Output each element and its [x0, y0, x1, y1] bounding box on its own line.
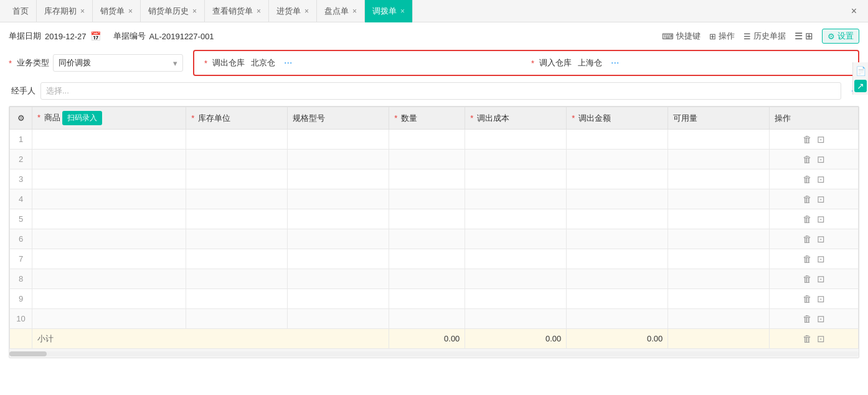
- row-unit-6[interactable]: [186, 229, 288, 249]
- tab-view-sales[interactable]: 查看销货单 ×: [205, 0, 269, 22]
- row-qty-8[interactable]: [389, 269, 465, 289]
- row-cost-5[interactable]: [465, 209, 567, 229]
- copy-row-icon-6[interactable]: ⊡: [817, 234, 825, 244]
- handler-select[interactable]: 选择...: [40, 82, 841, 100]
- tab-transfer-order-close[interactable]: ×: [400, 7, 405, 16]
- row-goods-4[interactable]: [32, 189, 186, 209]
- row-unit-8[interactable]: [186, 269, 288, 289]
- row-qty-10[interactable]: [389, 309, 465, 329]
- copy-row-icon-10[interactable]: ⊡: [817, 313, 825, 324]
- tab-sales-order[interactable]: 销货单 ×: [93, 0, 141, 22]
- row-cost-8[interactable]: [465, 269, 567, 289]
- copy-row-icon-5[interactable]: ⊡: [817, 214, 825, 224]
- row-cost-7[interactable]: [465, 249, 567, 269]
- row-unit-5[interactable]: [186, 209, 288, 229]
- row-amount-5[interactable]: [567, 209, 668, 229]
- delete-row-icon-4[interactable]: 🗑: [803, 194, 812, 204]
- shortcuts-btn[interactable]: ⌨ 快捷键: [662, 31, 701, 42]
- delete-row-icon-6[interactable]: 🗑: [803, 234, 812, 244]
- tab-inventory-check-close[interactable]: ×: [352, 7, 357, 16]
- delete-row-icon-10[interactable]: 🗑: [803, 313, 812, 324]
- tab-home[interactable]: 首页: [5, 0, 37, 22]
- tab-inventory-init-close[interactable]: ×: [80, 7, 85, 16]
- row-goods-9[interactable]: [32, 289, 186, 309]
- window-close-button[interactable]: ×: [845, 6, 863, 17]
- transfer-out-ellipsis[interactable]: ···: [284, 57, 292, 69]
- row-spec-9[interactable]: [288, 289, 389, 309]
- row-spec-3[interactable]: [288, 169, 389, 189]
- row-amount-9[interactable]: [567, 289, 668, 309]
- row-amount-8[interactable]: [567, 269, 668, 289]
- row-goods-7[interactable]: [32, 249, 186, 269]
- row-qty-9[interactable]: [389, 289, 465, 309]
- row-spec-6[interactable]: [288, 229, 389, 249]
- tab-purchase-order[interactable]: 进货单 ×: [269, 0, 317, 22]
- row-goods-8[interactable]: [32, 269, 186, 289]
- tab-purchase-order-close[interactable]: ×: [304, 7, 309, 16]
- layout-grid-icon[interactable]: ⊞: [805, 31, 813, 42]
- copy-row-icon-9[interactable]: ⊡: [817, 293, 825, 304]
- row-amount-6[interactable]: [567, 229, 668, 249]
- row-cost-2[interactable]: [465, 150, 567, 169]
- scan-btn[interactable]: 扫码录入: [62, 111, 102, 125]
- tab-inventory-check[interactable]: 盘点单 ×: [317, 0, 365, 22]
- settings-btn[interactable]: ⚙ 设置: [822, 29, 859, 44]
- row-unit-4[interactable]: [186, 189, 288, 209]
- row-goods-10[interactable]: [32, 309, 186, 329]
- delete-row-icon-8[interactable]: 🗑: [803, 274, 812, 284]
- operations-btn[interactable]: ⊞ 操作: [709, 31, 735, 42]
- delete-icon[interactable]: 🗑: [803, 333, 812, 344]
- copy-row-icon-3[interactable]: ⊡: [817, 174, 825, 184]
- sidebar-doc-icon[interactable]: 📄: [854, 65, 867, 77]
- layout-list-icon[interactable]: ☰: [795, 31, 803, 42]
- row-qty-6[interactable]: [389, 229, 465, 249]
- row-qty-7[interactable]: [389, 249, 465, 269]
- copy-row-icon-8[interactable]: ⊡: [817, 274, 825, 284]
- delete-row-icon-9[interactable]: 🗑: [803, 293, 812, 304]
- row-unit-7[interactable]: [186, 249, 288, 269]
- row-spec-10[interactable]: [288, 309, 389, 329]
- tab-inventory-init[interactable]: 库存期初 ×: [37, 0, 93, 22]
- row-spec-7[interactable]: [288, 249, 389, 269]
- row-cost-4[interactable]: [465, 189, 567, 209]
- row-spec-4[interactable]: [288, 189, 389, 209]
- copy-row-icon-4[interactable]: ⊡: [817, 194, 825, 204]
- row-goods-1[interactable]: [32, 130, 186, 150]
- row-goods-5[interactable]: [32, 209, 186, 229]
- copy-row-icon-1[interactable]: ⊡: [817, 134, 825, 145]
- row-amount-3[interactable]: [567, 169, 668, 189]
- delete-row-icon-3[interactable]: 🗑: [803, 174, 812, 184]
- copy-row-icon-2[interactable]: ⊡: [817, 154, 825, 164]
- row-spec-1[interactable]: [288, 130, 389, 150]
- tab-sales-history[interactable]: 销货单历史 ×: [141, 0, 205, 22]
- row-spec-8[interactable]: [288, 269, 389, 289]
- business-type-select[interactable]: 同价调拨 ▾: [53, 54, 183, 72]
- row-goods-2[interactable]: [32, 150, 186, 169]
- tab-view-sales-close[interactable]: ×: [257, 7, 261, 16]
- row-amount-4[interactable]: [567, 189, 668, 209]
- delete-row-icon-5[interactable]: 🗑: [803, 214, 812, 224]
- row-amount-2[interactable]: [567, 150, 668, 169]
- row-cost-6[interactable]: [465, 229, 567, 249]
- row-cost-3[interactable]: [465, 169, 567, 189]
- scrollbar-thumb[interactable]: [9, 351, 47, 356]
- calendar-icon[interactable]: 📅: [90, 31, 101, 41]
- tab-transfer-order[interactable]: 调拨单 ×: [365, 0, 413, 22]
- row-unit-10[interactable]: [186, 309, 288, 329]
- tab-sales-history-close[interactable]: ×: [192, 7, 197, 16]
- row-goods-6[interactable]: [32, 229, 186, 249]
- row-unit-9[interactable]: [186, 289, 288, 309]
- horizontal-scrollbar[interactable]: [9, 351, 859, 356]
- row-goods-3[interactable]: [32, 169, 186, 189]
- row-unit-2[interactable]: [186, 150, 288, 169]
- row-unit-3[interactable]: [186, 169, 288, 189]
- row-amount-10[interactable]: [567, 309, 668, 329]
- copy-row-icon-7[interactable]: ⊡: [817, 254, 825, 264]
- delete-row-icon-2[interactable]: 🗑: [803, 154, 812, 164]
- sidebar-export-icon[interactable]: ↗: [854, 80, 867, 92]
- delete-row-icon-7[interactable]: 🗑: [803, 254, 812, 264]
- delete-row-icon-1[interactable]: 🗑: [803, 134, 812, 145]
- row-qty-3[interactable]: [389, 169, 465, 189]
- col-settings-icon[interactable]: ⚙: [17, 113, 25, 123]
- row-qty-5[interactable]: [389, 209, 465, 229]
